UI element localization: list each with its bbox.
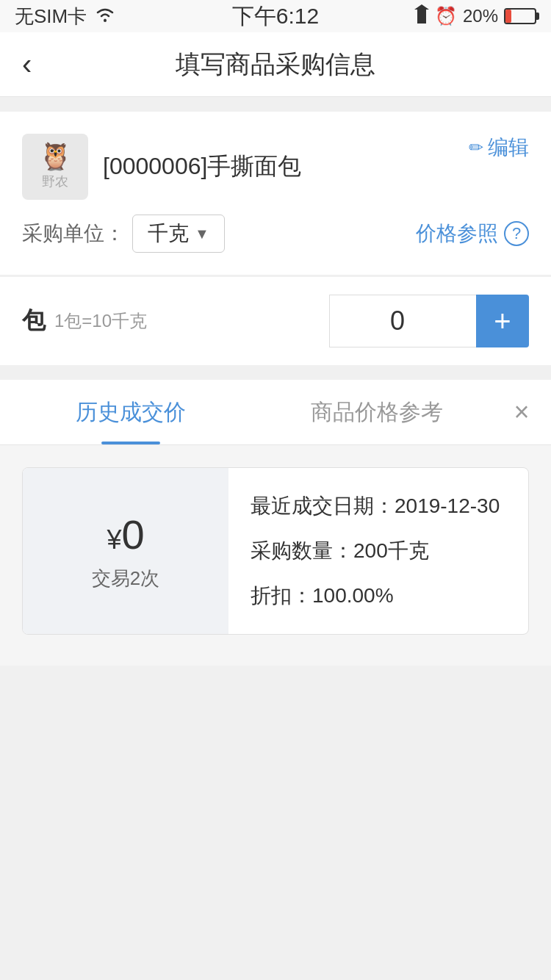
price-detail-row-qty: 采购数量：200千克: [251, 535, 506, 568]
price-value: 0: [121, 511, 144, 558]
quantity-input[interactable]: [329, 295, 476, 347]
status-bar-time: 下午6:12: [232, 1, 319, 32]
back-button[interactable]: ‹: [15, 40, 39, 88]
price-trades: 交易2次: [92, 566, 159, 591]
price-amount: ¥0: [107, 511, 144, 558]
unit-label: 采购单位：: [22, 220, 125, 248]
price-ref-label: 价格参照: [416, 220, 498, 248]
unit-value: 千克: [148, 220, 189, 248]
battery-icon: [504, 8, 536, 24]
price-detail-value-discount: 100.00%: [312, 584, 394, 607]
price-ref-button[interactable]: 价格参照 ?: [416, 220, 529, 248]
status-bar-right: ⏰ 20%: [414, 4, 536, 28]
product-header: 🦉 野农 [0000006]手撕面包 ✏ 编辑: [22, 134, 529, 200]
product-name: [0000006]手撕面包: [103, 151, 301, 183]
edit-button[interactable]: ✏ 编辑: [469, 134, 529, 162]
plus-icon: +: [494, 305, 511, 338]
product-unit-row: 采购单位： 千克 ▼ 价格参照 ?: [22, 215, 529, 253]
tab-price-reference-label: 商品价格参考: [311, 397, 443, 428]
wifi-icon: [94, 5, 116, 28]
unit-selector-group: 采购单位： 千克 ▼: [22, 215, 225, 253]
product-thumbnail: 🦉 野农: [22, 134, 88, 200]
price-detail-label-date: 最近成交日期：: [251, 494, 395, 517]
edit-icon: ✏: [469, 137, 483, 158]
price-card: ¥0 交易2次 最近成交日期：2019-12-30 采购数量：200千克 折扣：…: [22, 467, 529, 635]
tab-bar: 历史成交价 商品价格参考 ×: [0, 380, 551, 445]
price-detail-label-qty: 采购数量：: [251, 539, 353, 562]
quantity-row: 包 1包=10千克 +: [0, 276, 551, 365]
location-icon: [414, 4, 429, 28]
tab-history-price-label: 历史成交价: [76, 397, 186, 428]
quantity-input-wrapper: +: [329, 295, 529, 347]
tab-price-reference[interactable]: 商品价格参考: [253, 380, 500, 444]
carrier-text: 无SIM卡: [15, 4, 87, 29]
price-ref-help-icon: ?: [504, 221, 529, 246]
content-area: ¥0 交易2次 最近成交日期：2019-12-30 采购数量：200千克 折扣：…: [0, 445, 551, 666]
battery-fill: [505, 10, 511, 23]
price-detail-value-qty: 200千克: [353, 539, 429, 562]
product-brand-label: 野农: [42, 173, 68, 190]
price-currency: ¥: [107, 525, 121, 555]
close-icon: ×: [514, 397, 529, 428]
battery-percent: 20%: [463, 6, 498, 26]
unit-dropdown-icon: ▼: [195, 226, 209, 242]
quantity-unit-info: 包 1包=10千克: [22, 305, 329, 337]
quantity-plus-button[interactable]: +: [476, 295, 529, 347]
tab-close-button[interactable]: ×: [500, 380, 544, 444]
product-owl-icon: 🦉: [39, 143, 72, 170]
nav-title: 填写商品采购信息: [176, 48, 375, 82]
unit-select[interactable]: 千克 ▼: [132, 215, 225, 253]
price-detail-row-date: 最近成交日期：2019-12-30: [251, 490, 506, 523]
section-divider: [0, 365, 551, 380]
quantity-conversion: 1包=10千克: [54, 309, 147, 333]
alarm-icon: ⏰: [435, 6, 457, 26]
price-card-right: 最近成交日期：2019-12-30 采购数量：200千克 折扣：100.00%: [228, 468, 528, 634]
status-bar-left: 无SIM卡: [15, 4, 116, 29]
price-card-left: ¥0 交易2次: [23, 468, 228, 634]
tab-history-price[interactable]: 历史成交价: [7, 380, 253, 444]
price-detail-row-discount: 折扣：100.00%: [251, 580, 506, 613]
nav-bar: ‹ 填写商品采购信息: [0, 32, 551, 97]
price-detail-label-discount: 折扣：: [251, 584, 312, 607]
quantity-unit-icon: 包: [22, 305, 46, 337]
status-bar: 无SIM卡 下午6:12 ⏰ 20%: [0, 0, 551, 32]
svg-point-0: [104, 19, 107, 22]
edit-label: 编辑: [488, 134, 529, 162]
product-left: 🦉 野农 [0000006]手撕面包: [22, 134, 301, 200]
price-detail-value-date: 2019-12-30: [395, 494, 500, 517]
product-section: 🦉 野农 [0000006]手撕面包 ✏ 编辑 采购单位： 千克 ▼ 价格参照 …: [0, 112, 551, 275]
